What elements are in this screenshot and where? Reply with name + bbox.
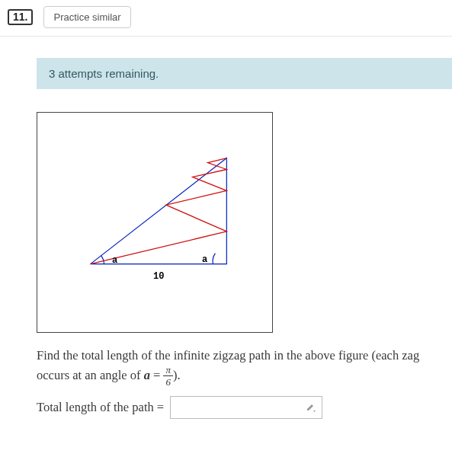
practice-similar-button[interactable]: Practice similar [43, 6, 130, 28]
angle-variable: a [144, 368, 150, 382]
answer-input[interactable] [170, 396, 322, 419]
left-angle-arc [101, 256, 104, 264]
prompt-text: Find the total length of the infinite zi… [37, 348, 419, 382]
question-content: 3 attempts remaining. a a 10 Find the to… [0, 58, 452, 434]
figure-svg [37, 113, 272, 332]
angle-fraction: π6 [163, 365, 173, 387]
fraction-denominator: 6 [163, 376, 173, 387]
answer-label: Total length of the path = [37, 400, 164, 415]
base-length-label: 10 [153, 271, 164, 282]
question-header: 11. Practice similar [0, 0, 452, 37]
right-angle-arc [213, 254, 215, 264]
question-number: 11. [8, 9, 33, 25]
prompt-close: ). [173, 368, 181, 382]
attempts-remaining: 3 attempts remaining. [37, 58, 452, 89]
answer-input-wrap [170, 396, 322, 419]
fraction-numerator: π [163, 365, 173, 376]
left-angle-label: a [112, 255, 117, 266]
answer-row: Total length of the path = [37, 396, 452, 419]
zigzag-figure: a a 10 [37, 112, 273, 333]
right-angle-label: a [202, 254, 207, 265]
equals-sign: = [150, 368, 164, 382]
question-prompt: Find the total length of the infinite zi… [37, 347, 448, 387]
